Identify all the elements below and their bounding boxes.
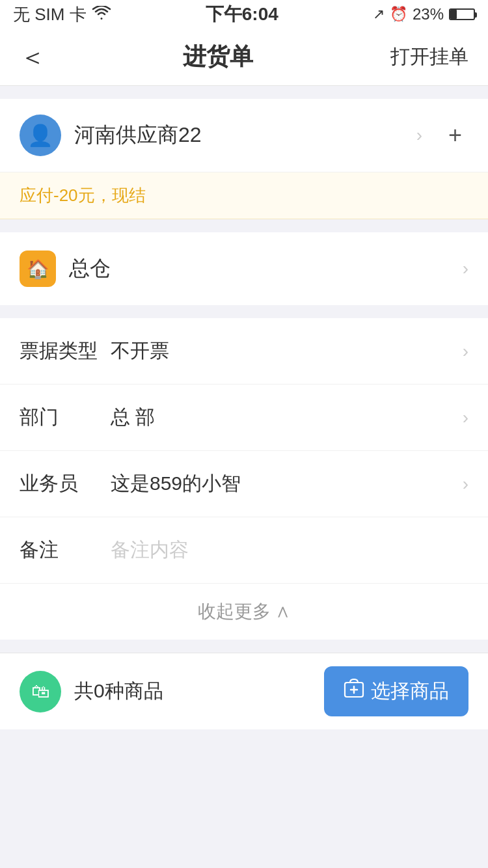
wifi-icon bbox=[92, 5, 111, 25]
ticket-type-row[interactable]: 票据类型 不开票 › bbox=[0, 318, 488, 385]
gap-3 bbox=[0, 305, 488, 318]
ticket-type-arrow-icon: › bbox=[463, 341, 468, 362]
battery-icon bbox=[449, 8, 475, 20]
status-bar: 无 SIM 卡 下午6:04 ↗ ⏰ 23% bbox=[0, 0, 488, 29]
salesperson-arrow-icon: › bbox=[463, 474, 468, 495]
select-product-icon bbox=[344, 679, 364, 704]
product-count-icon-bg: 🛍 bbox=[20, 671, 61, 712]
product-count-text: 共0种商品 bbox=[74, 678, 324, 705]
department-value: 总 部 bbox=[111, 404, 463, 431]
remark-row[interactable]: 备注 备注内容 bbox=[0, 517, 488, 583]
shopping-bag-icon: 🛍 bbox=[31, 681, 49, 702]
supplier-avatar: 👤 bbox=[20, 115, 61, 156]
background-fill bbox=[0, 729, 488, 868]
add-button[interactable]: + bbox=[442, 122, 468, 149]
nav-bar: ＜ 进货单 打开挂单 bbox=[0, 29, 488, 86]
warehouse-row[interactable]: 🏠 总仓 › bbox=[0, 232, 488, 305]
alarm-icon: ⏰ bbox=[390, 6, 407, 23]
gap-4 bbox=[0, 640, 488, 653]
time-label: 下午6:04 bbox=[206, 2, 278, 27]
notice-text: 应付-20元，现结 bbox=[20, 185, 146, 205]
warehouse-section: 🏠 总仓 › bbox=[0, 232, 488, 305]
form-section: 票据类型 不开票 › 部门 总 部 › 业务员 这是859的小智 › 备注 备注… bbox=[0, 318, 488, 640]
supplier-name: 河南供应商22 bbox=[74, 121, 416, 150]
select-product-button[interactable]: 选择商品 bbox=[324, 666, 468, 716]
battery-pct: 23% bbox=[413, 5, 444, 23]
status-left: 无 SIM 卡 bbox=[13, 3, 111, 26]
location-icon: ↗ bbox=[373, 6, 385, 23]
gap-1 bbox=[0, 86, 488, 99]
bottom-bar: 🛍 共0种商品 选择商品 bbox=[0, 653, 488, 729]
salesperson-value: 这是859的小智 bbox=[111, 470, 463, 497]
notice-banner: 应付-20元，现结 bbox=[0, 172, 488, 219]
carrier-label: 无 SIM 卡 bbox=[13, 3, 87, 26]
supplier-row[interactable]: 👤 河南供应商22 › + bbox=[0, 99, 488, 172]
person-icon: 👤 bbox=[27, 123, 53, 148]
ticket-type-value: 不开票 bbox=[111, 338, 463, 364]
open-pending-button[interactable]: 打开挂单 bbox=[390, 44, 468, 70]
department-row[interactable]: 部门 总 部 › bbox=[0, 385, 488, 451]
department-label: 部门 bbox=[20, 404, 111, 431]
status-right: ↗ ⏰ 23% bbox=[373, 5, 475, 23]
page-title: 进货单 bbox=[183, 41, 253, 73]
gap-2 bbox=[0, 219, 488, 232]
salesperson-label: 业务员 bbox=[20, 470, 111, 497]
salesperson-row[interactable]: 业务员 这是859的小智 › bbox=[0, 451, 488, 517]
warehouse-arrow-icon: › bbox=[463, 258, 468, 279]
warehouse-icon: 🏠 bbox=[27, 258, 49, 280]
collapse-label: 收起更多 ∧ bbox=[198, 599, 291, 624]
ticket-type-label: 票据类型 bbox=[20, 338, 111, 364]
warehouse-name: 总仓 bbox=[69, 254, 463, 283]
department-arrow-icon: › bbox=[463, 407, 468, 428]
back-button[interactable]: ＜ bbox=[20, 39, 46, 75]
select-product-label: 选择商品 bbox=[371, 678, 449, 705]
supplier-section: 👤 河南供应商22 › + 应付-20元，现结 bbox=[0, 99, 488, 219]
supplier-arrow-icon: › bbox=[416, 125, 422, 146]
warehouse-icon-bg: 🏠 bbox=[20, 251, 56, 287]
remark-label: 备注 bbox=[20, 537, 111, 563]
remark-input[interactable]: 备注内容 bbox=[111, 537, 468, 563]
collapse-row[interactable]: 收起更多 ∧ bbox=[0, 583, 488, 640]
